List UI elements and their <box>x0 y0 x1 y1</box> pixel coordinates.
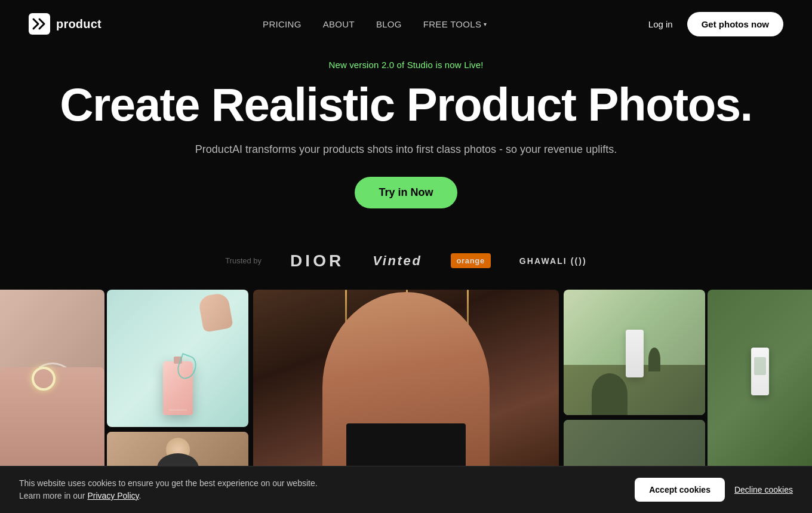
cookie-learn-more: Learn more in our <box>19 491 85 500</box>
cookie-banner: This website uses cookies to ensure you … <box>0 466 812 513</box>
chevron-down-icon: ▾ <box>484 21 487 27</box>
photo-perfume <box>107 290 248 427</box>
photo-center-woman <box>253 290 559 483</box>
hero-title: Create Realistic Product Photos. <box>29 81 783 130</box>
logo-label: product <box>56 17 102 31</box>
brand-vinted: Vinted <box>373 253 422 269</box>
login-button[interactable]: Log in <box>648 19 673 29</box>
spray-bottle <box>626 330 644 377</box>
trusted-label: Trusted by <box>225 256 262 265</box>
navbar: product PRICING ABOUT BLOG FREE TOOLS ▾ … <box>0 0 812 48</box>
privacy-policy-link[interactable]: Privacy Policy <box>87 491 139 500</box>
trusted-logos: DIOR Vinted orange GHAWALI (()) <box>290 251 587 271</box>
nav-about[interactable]: ABOUT <box>323 19 355 29</box>
gallery-section <box>0 280 812 483</box>
cookie-text: This website uses cookies to ensure you … <box>19 477 318 502</box>
gallery-edge-left <box>0 290 104 483</box>
get-photos-button[interactable]: Get photos now <box>687 12 783 36</box>
try-now-button[interactable]: Try in Now <box>355 177 457 208</box>
cookie-message: This website uses cookies to ensure you … <box>19 478 318 488</box>
brand-orange: orange <box>451 253 491 268</box>
nav-links: PRICING ABOUT BLOG FREE TOOLS ▾ <box>263 19 487 29</box>
logo-icon <box>29 13 50 35</box>
hero-badge: New version 2.0 of Studio is now Live! <box>328 60 483 70</box>
gallery-edge-right <box>708 290 812 483</box>
nav-pricing[interactable]: PRICING <box>263 19 302 29</box>
gallery-center-photo <box>251 290 561 483</box>
logo[interactable]: product <box>29 13 102 35</box>
svg-rect-0 <box>29 13 50 35</box>
photo-ring <box>0 290 104 483</box>
brand-ghawali: GHAWALI (()) <box>519 256 587 266</box>
hero-subtitle: ProductAI transforms your products shots… <box>29 142 783 158</box>
decline-cookies-button[interactable]: Decline cookies <box>734 485 793 494</box>
cookie-period: . <box>139 491 142 500</box>
accept-cookies-button[interactable]: Accept cookies <box>635 478 725 502</box>
photo-green-cream <box>708 290 812 483</box>
gallery-col-left <box>104 290 251 483</box>
trusted-section: Trusted by DIOR Vinted orange GHAWALI ((… <box>0 232 812 280</box>
hero-section: New version 2.0 of Studio is now Live! C… <box>0 48 812 232</box>
nav-actions: Log in Get photos now <box>648 12 783 36</box>
gallery-col-right <box>561 290 708 483</box>
photo-spray-outdoor <box>564 290 705 416</box>
nav-free-tools[interactable]: FREE TOOLS ▾ <box>423 19 487 29</box>
cookie-actions: Accept cookies Decline cookies <box>635 478 793 502</box>
nav-blog[interactable]: BLOG <box>376 19 402 29</box>
free-tools-label: FREE TOOLS <box>423 19 481 29</box>
brand-dior: DIOR <box>290 251 344 271</box>
